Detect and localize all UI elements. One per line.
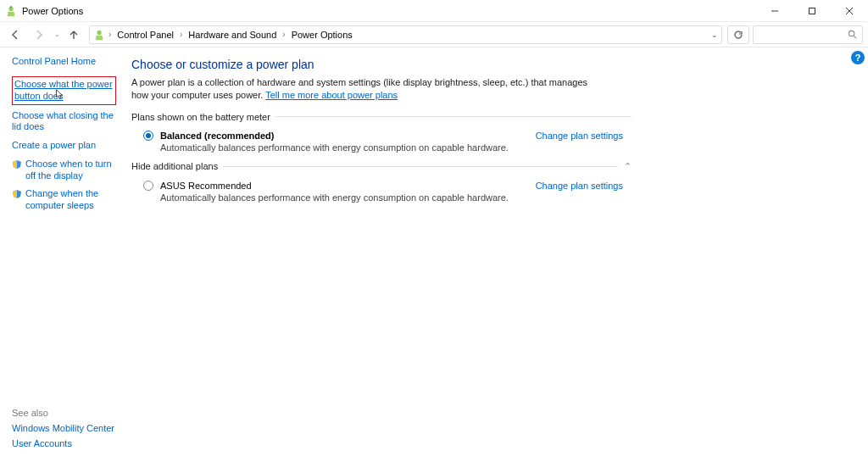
main-panel: ? Choose or customize a power plan A pow… bbox=[123, 47, 868, 462]
close-button[interactable] bbox=[831, 0, 868, 22]
sidebar-link-computer-sleeps[interactable]: Change when the computer sleeps bbox=[12, 188, 116, 212]
radio-unselected-icon[interactable] bbox=[143, 181, 153, 191]
history-dropdown-icon[interactable]: ⌄ bbox=[54, 31, 60, 38]
chevron-right-icon: › bbox=[281, 30, 287, 39]
page-description: A power plan is a collection of hardware… bbox=[131, 76, 606, 102]
chevron-up-icon: ⌃ bbox=[623, 161, 632, 172]
breadcrumb-root[interactable]: Control Panel bbox=[114, 30, 176, 40]
forward-button[interactable] bbox=[29, 25, 49, 45]
change-plan-settings-balanced[interactable]: Change plan settings bbox=[536, 131, 623, 141]
address-dropdown-icon[interactable]: ⌄ bbox=[711, 31, 718, 39]
shield-icon bbox=[12, 189, 22, 199]
chevron-right-icon: › bbox=[107, 30, 113, 39]
divider bbox=[223, 166, 618, 167]
radio-selected-icon[interactable] bbox=[143, 131, 153, 141]
breadcrumb-mid[interactable]: Hardware and Sound bbox=[186, 30, 279, 40]
battery-plans-heading: Plans shown on the battery meter bbox=[131, 112, 632, 122]
sidebar-link-turn-off-display[interactable]: Choose when to turn off the display bbox=[12, 159, 116, 182]
shield-icon bbox=[12, 159, 22, 170]
maximize-button[interactable] bbox=[793, 0, 831, 22]
sidebar-link-power-button-label[interactable]: Choose what the power button does bbox=[14, 79, 113, 101]
search-icon bbox=[848, 30, 857, 39]
address-bar[interactable]: › Control Panel › Hardware and Sound › P… bbox=[89, 25, 722, 44]
page-title: Choose or customize a power plan bbox=[131, 58, 856, 71]
back-button[interactable] bbox=[5, 25, 25, 45]
help-icon[interactable]: ? bbox=[851, 51, 865, 64]
svg-line-8 bbox=[854, 36, 856, 38]
svg-rect-1 bbox=[11, 5, 12, 8]
window-title: Power Options bbox=[22, 6, 83, 16]
refresh-button[interactable] bbox=[727, 25, 749, 44]
plan-balanced-name: Balanced (recommended) bbox=[160, 131, 274, 141]
see-also-heading: See also bbox=[12, 408, 116, 418]
titlebar: Power Options bbox=[0, 0, 868, 22]
app-icon bbox=[5, 5, 17, 17]
sidebar-link-computer-sleeps-label: Change when the computer sleeps bbox=[25, 188, 116, 212]
svg-point-7 bbox=[849, 31, 854, 36]
sidebar-link-turn-off-display-label: Choose when to turn off the display bbox=[25, 159, 116, 182]
plan-asus-name: ASUS Recommended bbox=[160, 181, 252, 191]
battery-plans-heading-label: Plans shown on the battery meter bbox=[131, 112, 270, 122]
see-also-mobility[interactable]: Windows Mobility Center bbox=[12, 423, 116, 433]
tell-me-more-link[interactable]: Tell me more about power plans bbox=[265, 90, 398, 100]
sidebar-link-create-plan[interactable]: Create a power plan bbox=[12, 140, 116, 152]
hide-additional-plans-label: Hide additional plans bbox=[131, 161, 218, 171]
see-also-accounts[interactable]: User Accounts bbox=[12, 438, 116, 448]
search-input[interactable] bbox=[753, 25, 863, 44]
control-panel-icon bbox=[93, 29, 105, 41]
plan-balanced-description: Automatically balances performance with … bbox=[131, 142, 856, 153]
svg-rect-3 bbox=[810, 8, 815, 14]
svg-point-6 bbox=[97, 30, 101, 34]
plan-balanced[interactable]: Balanced (recommended) Change plan setti… bbox=[131, 129, 623, 142]
sidebar-link-closing-lid[interactable]: Choose what closing the lid does bbox=[12, 110, 116, 134]
minimize-button[interactable] bbox=[756, 0, 793, 22]
up-button[interactable] bbox=[64, 25, 84, 45]
navbar: ⌄ › Control Panel › Hardware and Sound ›… bbox=[0, 22, 868, 47]
chevron-right-icon: › bbox=[178, 30, 184, 39]
sidebar-link-power-button[interactable]: Choose what the power button does bbox=[12, 76, 116, 105]
plan-asus-description: Automatically balances performance with … bbox=[131, 192, 856, 203]
plan-asus[interactable]: ASUS Recommended Change plan settings bbox=[131, 179, 623, 192]
control-panel-home-link[interactable]: Control Panel Home bbox=[12, 56, 116, 66]
breadcrumb-leaf[interactable]: Power Options bbox=[289, 30, 355, 40]
content: Control Panel Home Choose what the power… bbox=[0, 47, 868, 462]
divider bbox=[275, 116, 632, 117]
hide-additional-plans-toggle[interactable]: Hide additional plans ⌃ bbox=[131, 161, 632, 172]
sidebar: Control Panel Home Choose what the power… bbox=[0, 47, 123, 462]
change-plan-settings-asus[interactable]: Change plan settings bbox=[536, 181, 623, 191]
